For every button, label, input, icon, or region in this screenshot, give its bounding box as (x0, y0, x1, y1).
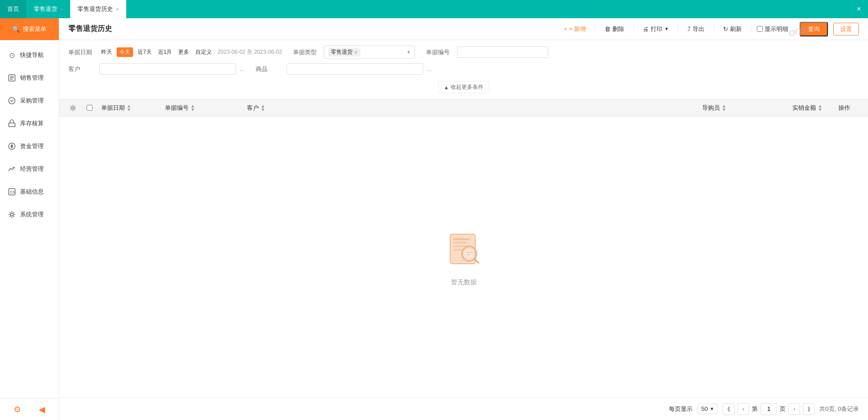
page-next-button[interactable]: › (788, 403, 800, 415)
filter-type-select[interactable]: 零售退货 × ▼ (324, 46, 415, 59)
collapse-sidebar-icon[interactable]: ◀ (39, 405, 45, 415)
sidebar: 🔍 搜索菜单 ⊙ 快捷导航 销售管理 采购管理 (0, 18, 59, 420)
date-btn-7days[interactable]: 近7天 (136, 47, 154, 57)
date-btn-more[interactable]: 更多 (176, 47, 191, 57)
filter-customer-label: 客户 (68, 65, 96, 73)
empty-state: 暂无数据 (441, 227, 487, 287)
page-nav: ⟪ ‹ 第 页 › ⟫ (723, 403, 815, 415)
tab-retail-return-history-label: 零售退货历史 (77, 5, 113, 13)
filter-goods: 商品 ... (256, 63, 432, 75)
tab-retail-return-history[interactable]: 零售退货历史 × (70, 0, 126, 18)
tab-retail-return[interactable]: 零售退货 × (26, 0, 70, 18)
sidebar-item-finance[interactable]: 资金管理 (0, 135, 59, 158)
table-area: 单据日期 ▲▼ 单据编号 ▲▼ 客户 ▲▼ 导购员 ▲▼ 实销金额 ▲▼ (59, 99, 868, 420)
sidebar-item-shortcuts[interactable]: ⊙ 快捷导航 (0, 44, 59, 67)
delete-button[interactable]: 🗑 删除 (601, 23, 628, 35)
filter-customer: 客户 ... (68, 63, 245, 75)
th-checkbox[interactable] (81, 105, 98, 111)
page-header: 零售退货历史 + + 新增 🗑 删除 🖨 打印 ▼ (59, 18, 868, 40)
date-btn-custom[interactable]: 自定义 (194, 47, 214, 57)
export-button[interactable]: ⤴ 导出 (684, 23, 708, 35)
add-button-label: + 新增 (569, 25, 586, 33)
page-first-button[interactable]: ⟪ (723, 403, 734, 415)
th-amount[interactable]: 实销金额 ▲▼ (771, 104, 826, 112)
add-icon: + (564, 26, 567, 32)
filter-no-input[interactable] (457, 46, 548, 58)
query-button[interactable]: 查询 (800, 22, 828, 36)
th-action: 操作 (826, 104, 863, 112)
th-date-label: 单据日期 (101, 104, 125, 112)
page-num-input[interactable] (760, 403, 777, 415)
th-customer[interactable]: 客户 ▲▼ (243, 104, 699, 112)
filter-type-dropdown-icon: ▼ (406, 50, 411, 55)
refresh-icon: ↻ (723, 26, 728, 32)
filter-type: 单据类型 零售退货 × ▼ (293, 46, 415, 59)
page-last-button[interactable]: ⟫ (803, 403, 815, 415)
th-date[interactable]: 单据日期 ▲▼ (98, 104, 161, 112)
filter-type-tag: 零售退货 × (328, 48, 360, 56)
sidebar-item-inventory[interactable]: 库存核算 (0, 112, 59, 135)
settings-button[interactable]: 设置 (833, 23, 859, 36)
date-btn-1month[interactable]: 近1月 (156, 47, 174, 57)
filter-date-group: 昨天 今天 近7天 近1月 更多 自定义 (99, 47, 214, 57)
filter-type-tag-close[interactable]: × (354, 49, 358, 56)
filter-customer-ellipsis[interactable]: ... (240, 66, 245, 72)
svg-rect-15 (453, 249, 463, 251)
svg-text:EN: EN (10, 190, 16, 195)
page-prev-button[interactable]: ‹ (737, 403, 749, 415)
page-size-value: 50 (701, 405, 708, 412)
th-guide[interactable]: 导购员 ▲▼ (699, 104, 771, 112)
svg-rect-13 (453, 242, 467, 243)
filter-goods-ellipsis[interactable]: ... (427, 66, 432, 72)
sidebar-item-purchase[interactable]: 采购管理 (0, 89, 59, 112)
sidebar-item-system[interactable]: 系统管理 (0, 203, 59, 226)
toolbar-divider-1 (595, 26, 596, 33)
sidebar-item-sales[interactable]: 销售管理 (0, 67, 59, 89)
refresh-button[interactable]: ↻ 刷新 (719, 23, 745, 35)
sidebar-item-basic-info[interactable]: EN 基础信息 (0, 180, 59, 203)
content-area: 零售退货历史 + + 新增 🗑 删除 🖨 打印 ▼ (59, 18, 868, 420)
filter-row-2: 客户 ... 商品 ... (68, 63, 859, 75)
sidebar-nav: ⊙ 快捷导航 销售管理 采购管理 库存核算 (0, 40, 59, 398)
page-unit-label: 页 (780, 405, 786, 413)
add-button[interactable]: + + 新增 (560, 23, 590, 35)
th-customer-label: 客户 (247, 104, 259, 112)
tab-home[interactable]: 首页 (0, 0, 26, 18)
th-amount-label: 实销金额 (792, 104, 816, 112)
sidebar-item-operations[interactable]: 经营管理 (0, 158, 59, 180)
page-num-label: 第 (752, 405, 758, 413)
filter-customer-input[interactable] (99, 63, 236, 75)
export-icon: ⤴ (688, 26, 691, 32)
sidebar-item-shortcuts-label: 快捷导航 (20, 51, 44, 59)
settings-bottom-icon[interactable]: ⚙ (14, 405, 21, 415)
th-guide-sort: ▲▼ (722, 104, 726, 112)
svg-point-10 (72, 107, 74, 109)
collapse-filter-button[interactable]: ▲ 收起更多条件 (438, 81, 490, 93)
search-menu-button[interactable]: 🔍 搜索菜单 (0, 18, 59, 40)
show-detail-checkbox[interactable] (757, 26, 763, 32)
th-settings[interactable] (65, 104, 81, 112)
sidebar-bottom: ⚙ ◀ (0, 398, 59, 420)
tab-retail-return-label: 零售退货 (34, 5, 57, 13)
filter-goods-input[interactable] (287, 63, 423, 75)
tab-retail-return-history-close[interactable]: × (116, 6, 118, 12)
refresh-button-label: 刷新 (730, 25, 742, 33)
tab-home-label: 首页 (7, 5, 19, 13)
export-button-label: 导出 (693, 25, 704, 33)
page-size-dropdown[interactable]: 50 ▼ (697, 404, 718, 414)
window-close-button[interactable]: × (850, 0, 868, 18)
sidebar-item-operations-label: 经营管理 (20, 165, 44, 173)
delete-button-label: 删除 (612, 25, 624, 33)
toolbar-divider-4 (714, 26, 714, 33)
select-all-checkbox[interactable] (87, 105, 92, 111)
table-body: 暂无数据 (59, 117, 868, 397)
page-size-label: 每页显示 (669, 405, 693, 413)
tab-retail-return-close[interactable]: × (60, 6, 63, 12)
search-menu-label: 搜索菜单 (23, 25, 46, 33)
filter-no: 单据编号 (426, 46, 548, 58)
sidebar-item-sales-label: 销售管理 (20, 74, 44, 82)
date-btn-today[interactable]: 今天 (117, 47, 133, 57)
date-btn-yesterday[interactable]: 昨天 (99, 47, 114, 57)
print-button[interactable]: 🖨 打印 ▼ (639, 23, 673, 35)
th-no[interactable]: 单据编号 ▲▼ (161, 104, 243, 112)
